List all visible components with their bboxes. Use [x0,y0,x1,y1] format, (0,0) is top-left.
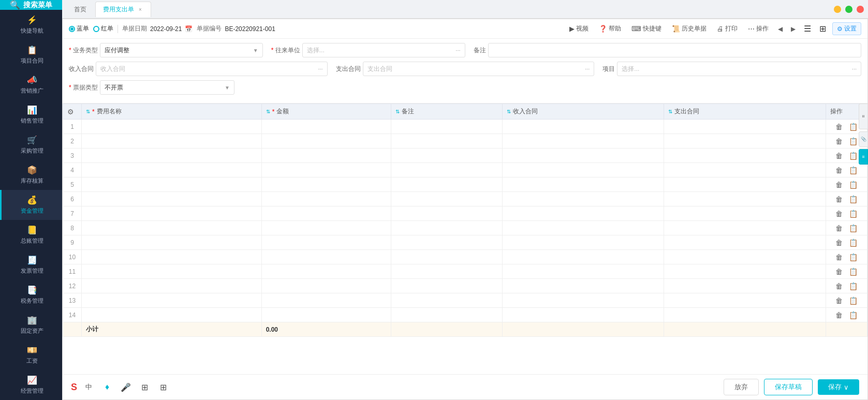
cell-amount[interactable] [261,221,391,235]
cell-income-contract[interactable] [503,149,664,163]
cell-expense-contract[interactable] [664,206,826,221]
th-expense-contract[interactable]: ⇅ 支出合同 [664,104,826,120]
delete-row-btn[interactable]: 🗑 [834,136,844,146]
copy-row-btn[interactable]: 📋 [848,151,859,161]
sidebar-item-quick-nav[interactable]: ⚡ 快捷导航 [0,10,62,40]
sidebar-item-inventory[interactable]: 📦 库存核算 [0,160,62,190]
cell-remark[interactable] [391,293,502,308]
cell-income-contract[interactable] [503,163,664,177]
blue-doc-radio[interactable]: 蓝单 [69,24,89,33]
table-container[interactable]: ⚙ ⇅ * 费用名称 ⇅ * [63,103,867,374]
th-amount[interactable]: ⇅ * 金额 [261,104,391,120]
copy-row-btn[interactable]: 📋 [848,295,859,306]
income-contract-input[interactable]: 收入合同 ··· [96,62,328,76]
cell-expense-contract[interactable] [664,279,826,293]
cell-expense-name[interactable] [82,250,262,264]
cell-expense-name[interactable] [82,293,262,308]
delete-row-btn[interactable]: 🗑 [834,194,844,204]
cell-amount[interactable] [261,264,391,279]
cell-expense-name[interactable] [82,149,262,163]
th-gear[interactable]: ⚙ [63,104,82,120]
cell-remark[interactable] [391,206,502,221]
sidebar-item-tax-mgmt[interactable]: 📑 税务管理 [0,280,62,310]
help-btn[interactable]: ❓ 帮助 [596,23,624,35]
sidebar-item-fixed-assets[interactable]: 🏢 固定资产 [0,310,62,340]
right-panel-btn-1[interactable]: ≡ [859,103,868,129]
cell-expense-name[interactable] [82,235,262,250]
cell-amount[interactable] [261,206,391,221]
cell-remark[interactable] [391,134,502,149]
cell-remark[interactable] [391,279,502,293]
cell-remark[interactable] [391,177,502,192]
tab-home[interactable]: 首页 [66,2,94,17]
cell-amount[interactable] [261,192,391,206]
cell-amount[interactable] [261,120,391,134]
delete-row-btn[interactable]: 🗑 [834,165,844,175]
save-button[interactable]: 保存 ∨ [818,379,859,395]
cell-remark[interactable] [391,250,502,264]
cell-income-contract[interactable] [503,192,664,206]
delete-row-btn[interactable]: 🗑 [834,310,844,320]
cell-expense-name[interactable] [82,120,262,134]
table-btn[interactable]: ⊞ [137,380,152,394]
cell-amount[interactable] [261,308,391,322]
cell-amount[interactable] [261,177,391,192]
th-income-contract[interactable]: ⇅ 收入合同 [503,104,664,120]
cell-amount[interactable] [261,149,391,163]
copy-row-btn[interactable]: 📋 [848,209,859,219]
operations-btn[interactable]: ⋯ 操作 [745,23,772,35]
view-grid-btn[interactable]: ⊞ [817,23,828,35]
delete-row-btn[interactable]: 🗑 [834,295,844,306]
cell-expense-contract[interactable] [664,192,826,206]
save-draft-button[interactable]: 保存草稿 [764,379,813,395]
cell-income-contract[interactable] [503,279,664,293]
cell-expense-contract[interactable] [664,308,826,322]
cell-amount[interactable] [261,250,391,264]
table-settings-icon[interactable]: ⚙ [67,108,74,116]
cell-amount[interactable] [261,279,391,293]
sidebar-item-payroll[interactable]: 💴 工资 [0,340,62,370]
sidebar-item-project-contract[interactable]: 📋 项目合同 [0,40,62,70]
date-value[interactable]: 2022-09-21 [150,25,182,33]
copy-row-btn[interactable]: 📋 [848,223,859,233]
cell-expense-name[interactable] [82,206,262,221]
copy-row-btn[interactable]: 📋 [848,266,859,277]
discard-button[interactable]: 放弃 [724,379,759,395]
delete-row-btn[interactable]: 🗑 [834,209,844,219]
delete-row-btn[interactable]: 🗑 [834,266,844,277]
copy-row-btn[interactable]: 📋 [848,122,859,132]
delete-row-btn[interactable]: 🗑 [834,281,844,291]
voice-btn[interactable]: 🎤 [119,380,133,394]
cell-expense-contract[interactable] [664,250,826,264]
copy-row-btn[interactable]: 📋 [848,165,859,175]
sidebar-item-business-mgmt[interactable]: 📈 经营管理 [0,370,62,400]
shortcut-btn[interactable]: ⌨ 快捷键 [628,23,665,35]
nav-next-btn[interactable]: ▶ [789,24,798,34]
cell-remark[interactable] [391,120,502,134]
sidebar-item-purchase-mgmt[interactable]: 🛒 采购管理 [0,130,62,160]
sidebar-search[interactable]: 🔍 搜索菜单 [0,0,62,10]
cell-remark[interactable] [391,192,502,206]
app-btn[interactable]: ⊞ [156,380,170,394]
project-input[interactable]: 选择... ··· [617,62,861,76]
zhong-btn[interactable]: 中 [81,380,96,394]
delete-row-btn[interactable]: 🗑 [834,122,844,132]
cell-expense-name[interactable] [82,163,262,177]
cell-expense-contract[interactable] [664,120,826,134]
cell-income-contract[interactable] [503,134,664,149]
cell-expense-contract[interactable] [664,235,826,250]
cell-expense-contract[interactable] [664,134,826,149]
calendar-icon[interactable]: 📅 [185,25,193,33]
copy-row-btn[interactable]: 📋 [848,238,859,248]
cell-expense-contract[interactable] [664,177,826,192]
invoice-type-input[interactable]: 不开票 ▼ [100,80,234,95]
copy-row-btn[interactable]: 📋 [848,194,859,204]
business-type-input[interactable]: 应付调整 ▼ [100,43,263,57]
sidebar-item-sales-mgmt[interactable]: 📊 销售管理 [0,100,62,130]
cell-remark[interactable] [391,235,502,250]
sidebar-item-capital-mgmt[interactable]: 💰 资金管理 [0,190,62,220]
counterparty-input[interactable]: 选择... ··· [302,43,465,57]
copy-row-btn[interactable]: 📋 [848,136,859,146]
close-btn[interactable]: × [857,6,864,13]
cell-amount[interactable] [261,293,391,308]
